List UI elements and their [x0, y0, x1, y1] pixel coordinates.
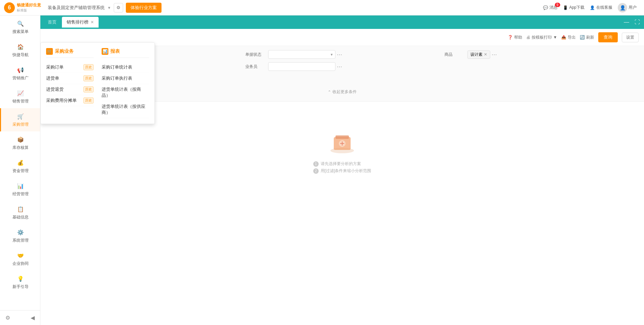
dropdown-item-expense[interactable]: 采购费用分摊单 历史: [46, 95, 94, 106]
incoming-stat-supplier-label: 进货单统计表（按供应商）: [102, 104, 149, 116]
dropdown-item-order-stat[interactable]: 采购订单统计表: [102, 62, 149, 73]
incoming-history-badge: 历史: [83, 75, 94, 81]
report-col-icon: 📊: [102, 48, 108, 55]
return-label: 进货退货: [46, 86, 64, 92]
dropdown-item-incoming-stat-supplier[interactable]: 进货单统计表（按供应商）: [102, 101, 149, 118]
app-body: 🔍 搜索菜单 🏠 快捷导航 📢 营销推广 📈 销售管理 🛒 采购管理 📦 库存核…: [0, 15, 644, 325]
purchase-col-header: 🛒 采购业务: [46, 48, 94, 58]
purchase-col-title: 采购业务: [55, 48, 74, 54]
dropdown-item-order-exec[interactable]: 采购订单执行表: [102, 73, 149, 84]
incoming-label: 进货单: [46, 75, 59, 81]
report-col: 📊 报表 采购订单统计表 采购订单执行表 进货单统计表（按商品）: [102, 48, 149, 118]
dropdown-item-incoming-stat-goods[interactable]: 进货单统计表（按商品）: [102, 84, 149, 101]
purchase-business-col: 🛒 采购业务 采购订单 历史 进货单 历史 进货退货: [46, 48, 94, 118]
main-content: 首页 销售排行榜 ✕ — ⛶ 🛒: [40, 15, 644, 325]
dropdown-item-return[interactable]: 进货退货 历史: [46, 84, 94, 95]
purchase-order-label: 采购订单: [46, 64, 64, 70]
purchase-col-icon: 🛒: [46, 48, 53, 55]
dropdown-item-purchase-order[interactable]: 采购订单 历史: [46, 62, 94, 73]
page-content: 🛒 采购业务 采购订单 历史 进货单 历史 进货退货: [40, 29, 644, 325]
expense-history-badge: 历史: [83, 97, 94, 104]
dropdown-cols: 🛒 采购业务 采购订单 历史 进货单 历史 进货退货: [46, 48, 149, 118]
order-exec-label: 采购订单执行表: [102, 75, 132, 81]
purchase-dropdown-menu: 🛒 采购业务 采购订单 历史 进货单 历史 进货退货: [40, 42, 155, 124]
report-col-header: 📊 报表: [102, 48, 149, 58]
return-history-badge: 历史: [83, 86, 94, 92]
expense-label: 采购费用分摊单: [46, 97, 77, 104]
order-stat-label: 采购订单统计表: [102, 64, 132, 70]
incoming-stat-goods-label: 进货单统计表（按商品）: [102, 86, 149, 98]
dropdown-item-incoming[interactable]: 进货单 历史: [46, 73, 94, 84]
report-col-title: 报表: [110, 48, 120, 54]
purchase-order-history-badge: 历史: [83, 64, 94, 70]
